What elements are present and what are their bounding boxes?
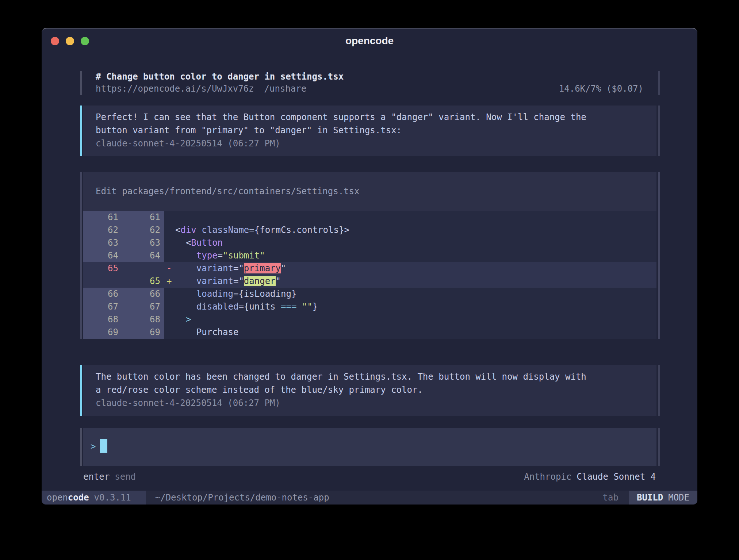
hints-row: enter send Anthropic Claude Sonnet 4 xyxy=(83,471,656,482)
diff-change-marker xyxy=(164,224,175,237)
diff-row: 6868 > xyxy=(83,313,656,326)
share-url[interactable]: https://opencode.ai/s/UwJxv76z xyxy=(96,83,254,95)
model-provider: Anthropic xyxy=(524,471,571,482)
maximize-button[interactable] xyxy=(81,37,89,45)
prompt-symbol: > xyxy=(91,441,96,452)
desktop-background: opencode # Change button color to danger… xyxy=(0,0,739,560)
message-text: Perfect! I can see that the Button compo… xyxy=(96,111,646,124)
opencode-window: opencode # Change button color to danger… xyxy=(42,28,697,505)
app-version-segment: opencode v0.3.11 xyxy=(42,491,146,505)
diff-code-line: > xyxy=(175,313,656,326)
diff-code-line: variant="danger" xyxy=(175,275,656,288)
session-subtitle: https://opencode.ai/s/UwJxv76z /unshare … xyxy=(96,83,656,95)
diff-new-line-number: 66 xyxy=(123,288,164,300)
enter-key-hint: enter xyxy=(83,471,110,482)
block-border-left xyxy=(80,428,82,466)
diff-old-line-number: 67 xyxy=(83,300,123,313)
message-text: The button color has been changed to dan… xyxy=(96,370,646,383)
mode-label-bold: BUILD xyxy=(637,492,663,503)
prompt-input[interactable]: > xyxy=(83,428,656,466)
diff-old-line-number: 65 xyxy=(83,262,123,275)
token-cost-stats: 14.6K/7% ($0.07) xyxy=(559,83,656,95)
diff-row: 65- variant="primary" xyxy=(83,262,656,275)
block-border-left xyxy=(80,71,82,95)
diff-new-line-number: 63 xyxy=(123,237,164,249)
text-cursor xyxy=(100,439,107,453)
diff-code-line: disabled={units === ""} xyxy=(175,300,656,313)
model-name: Claude Sonnet 4 xyxy=(577,471,656,482)
diff-change-marker xyxy=(164,237,175,249)
diff-new-line-number: 69 xyxy=(123,326,164,339)
block-border-right xyxy=(658,172,660,339)
prompt-input-block: > xyxy=(80,428,660,466)
mode-label-rest: MODE xyxy=(668,492,689,503)
block-border-right xyxy=(658,71,660,95)
block-border-right xyxy=(658,428,660,466)
working-directory: ~/Desktop/Projects/demo-notes-app xyxy=(155,492,329,503)
session-title: # Change button color to danger in setti… xyxy=(96,71,656,83)
diff-row: 6969 Purchase xyxy=(83,326,656,339)
session-header: # Change button color to danger in setti… xyxy=(80,71,660,95)
diff-new-line-number: 67 xyxy=(123,300,164,313)
diff-change-marker xyxy=(164,211,175,224)
minimize-button[interactable] xyxy=(66,37,74,45)
message-meta: claude-sonnet-4-20250514 (06:27 PM) xyxy=(96,396,646,410)
diff-new-line-number: 62 xyxy=(123,224,164,237)
diff-row: 6161 xyxy=(83,211,656,224)
diff-old-line-number xyxy=(83,275,123,288)
message-text: a red/rose color scheme instead of the b… xyxy=(96,383,646,396)
traffic-lights xyxy=(51,37,96,45)
session-content: # Change button color to danger in setti… xyxy=(42,50,697,505)
diff-change-marker xyxy=(164,288,175,300)
diff-code-line: <div className={formCs.controls}> xyxy=(175,224,656,237)
diff-change-marker xyxy=(164,300,175,313)
diff-row: 65+ variant="danger" xyxy=(83,275,656,288)
edit-tool-title: Edit packages/frontend/src/containers/Se… xyxy=(83,172,656,211)
diff-new-line-number: 61 xyxy=(123,211,164,224)
diff-code-line: loading={isLoading} xyxy=(175,288,656,300)
diff-rows: 61616262<div className={formCs.controls}… xyxy=(83,211,656,339)
tab-key-hint[interactable]: tab xyxy=(603,492,619,503)
diff-code-line: Purchase xyxy=(175,326,656,339)
assistant-message-1: Perfect! I can see that the Button compo… xyxy=(80,106,660,156)
diff-row: 6767 disabled={units === ""} xyxy=(83,300,656,313)
window-title: opencode xyxy=(42,35,697,47)
diff-code-line: <Button xyxy=(175,237,656,249)
diff-code-line xyxy=(175,211,656,224)
block-border-left xyxy=(80,172,82,339)
app-version: v0.3.11 xyxy=(94,492,131,503)
status-bar: opencode v0.3.11 ~/Desktop/Projects/demo… xyxy=(42,491,697,505)
close-button[interactable] xyxy=(51,37,59,45)
assistant-message-2: The button color has been changed to dan… xyxy=(80,365,660,416)
message-accent-bar xyxy=(80,106,82,156)
diff-change-marker: + xyxy=(164,275,175,288)
message-accent-bar xyxy=(80,365,82,416)
diff-old-line-number: 63 xyxy=(83,237,123,249)
diff-new-line-number: 68 xyxy=(123,313,164,326)
app-name-code: code xyxy=(68,492,89,503)
send-action-hint: send xyxy=(115,471,136,482)
app-name-open: open xyxy=(47,492,68,503)
diff-old-line-number: 66 xyxy=(83,288,123,300)
block-border-right xyxy=(658,106,660,156)
diff-row: 6666 loading={isLoading} xyxy=(83,288,656,300)
diff-code-line: type="submit" xyxy=(175,249,656,262)
diff-old-line-number: 62 xyxy=(83,224,123,237)
diff-code-line: variant="primary" xyxy=(175,262,656,275)
diff-old-line-number: 64 xyxy=(83,249,123,262)
diff-new-line-number: 65 xyxy=(123,275,164,288)
unshare-command[interactable]: /unshare xyxy=(264,83,306,95)
diff-row: 6464 type="submit" xyxy=(83,249,656,262)
message-text: button variant from "primary" to "danger… xyxy=(96,124,646,137)
mode-segment[interactable]: BUILDMODE xyxy=(629,491,697,505)
diff-old-line-number: 69 xyxy=(83,326,123,339)
diff-change-marker: - xyxy=(164,262,175,275)
block-border-right xyxy=(658,365,660,416)
titlebar: opencode xyxy=(42,28,697,50)
message-meta: claude-sonnet-4-20250514 (06:27 PM) xyxy=(96,137,646,150)
diff-change-marker xyxy=(164,249,175,262)
diff-change-marker xyxy=(164,313,175,326)
edit-tool-block: Edit packages/frontend/src/containers/Se… xyxy=(80,172,660,339)
diff-new-line-number xyxy=(123,262,164,275)
model-indicator: Anthropic Claude Sonnet 4 xyxy=(524,471,656,482)
